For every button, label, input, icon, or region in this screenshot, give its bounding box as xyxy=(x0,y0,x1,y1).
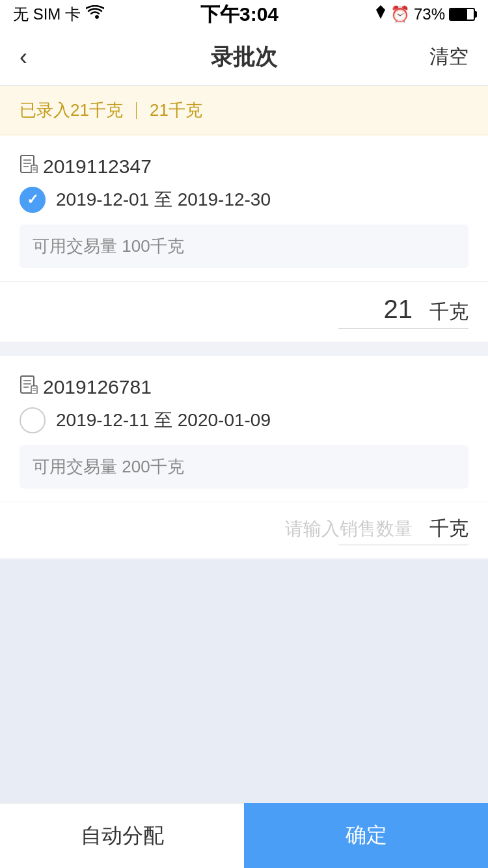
available-row-1: 可用交易量 100千克 xyxy=(20,224,468,268)
available-row-2: 可用交易量 200千克 xyxy=(20,445,468,489)
quantity-separator-2 xyxy=(338,545,468,545)
quantity-value-1: 21 xyxy=(384,295,413,324)
batch-item-2: 2019126781 2019-12-11 至 2020-01-09 可用交易量… xyxy=(0,356,488,489)
batch-id-2: 2019126781 xyxy=(43,376,152,398)
batch-date-row-2[interactable]: 2019-12-11 至 2020-01-09 xyxy=(20,407,468,433)
batch-id-row-1: 2019112347 xyxy=(20,155,468,178)
batch-doc-icon-1 xyxy=(20,155,38,178)
status-right: ⏰ 73% xyxy=(375,5,475,24)
page-title: 录批次 xyxy=(211,42,277,72)
status-left: 无 SIM 卡 xyxy=(13,4,104,25)
batch-radio-2[interactable] xyxy=(20,407,46,433)
status-time: 下午3:04 xyxy=(200,1,278,28)
quantity-unit-2: 千克 xyxy=(429,515,468,542)
check-icon-1: ✓ xyxy=(27,191,38,208)
summary-divider xyxy=(136,102,137,119)
batch-date-row-1[interactable]: ✓ 2019-12-01 至 2019-12-30 xyxy=(20,187,468,213)
alarm-icon: ⏰ xyxy=(390,5,410,23)
quantity-unit-1: 千克 xyxy=(429,299,468,325)
batch-card-1: 2019112347 ✓ 2019-12-01 至 2019-12-30 可用交… xyxy=(0,135,488,342)
quantity-row-1: 21 千克 xyxy=(0,281,488,342)
section-divider-1 xyxy=(0,343,488,356)
batch-radio-1[interactable]: ✓ xyxy=(20,187,46,213)
available-text-1: 可用交易量 100千克 xyxy=(33,236,184,256)
batch-date-1: 2019-12-01 至 2019-12-30 xyxy=(56,187,271,212)
battery-icon xyxy=(449,8,475,21)
clear-button[interactable]: 清空 xyxy=(429,44,468,70)
nav-bar: ‹ 录批次 清空 xyxy=(0,29,488,86)
batch-id-1: 2019112347 xyxy=(43,156,152,178)
quantity-placeholder-2: 请输入销售数量 xyxy=(285,517,413,541)
bottom-bar: 自动分配 确定 xyxy=(0,803,488,868)
batch-doc-icon-2 xyxy=(20,375,38,398)
auto-distribute-button[interactable]: 自动分配 xyxy=(0,803,244,868)
batch-id-row-2: 2019126781 xyxy=(20,375,468,398)
summary-banner: 已录入21千克 21千克 xyxy=(0,86,488,135)
carrier-text: 无 SIM 卡 xyxy=(13,4,81,25)
battery-percent: 73% xyxy=(414,5,445,23)
batch-card-2: 2019126781 2019-12-11 至 2020-01-09 可用交易量… xyxy=(0,356,488,558)
summary-value: 21千克 xyxy=(150,99,202,122)
status-bar: 无 SIM 卡 下午3:04 ⏰ 73% xyxy=(0,0,488,29)
svg-rect-11 xyxy=(31,386,37,394)
quantity-separator-1 xyxy=(338,328,468,329)
location-icon xyxy=(375,5,386,24)
wifi-icon xyxy=(86,5,104,23)
gray-area xyxy=(0,560,488,807)
confirm-button[interactable]: 确定 xyxy=(244,803,488,868)
svg-rect-4 xyxy=(31,165,37,173)
batch-item-1: 2019112347 ✓ 2019-12-01 至 2019-12-30 可用交… xyxy=(0,135,488,268)
summary-label: 已录入21千克 xyxy=(20,99,123,122)
back-button[interactable]: ‹ xyxy=(20,44,59,71)
batch-date-2: 2019-12-11 至 2020-01-09 xyxy=(56,408,271,433)
available-text-2: 可用交易量 200千克 xyxy=(33,457,184,476)
quantity-row-2[interactable]: 请输入销售数量 千克 xyxy=(0,502,488,558)
